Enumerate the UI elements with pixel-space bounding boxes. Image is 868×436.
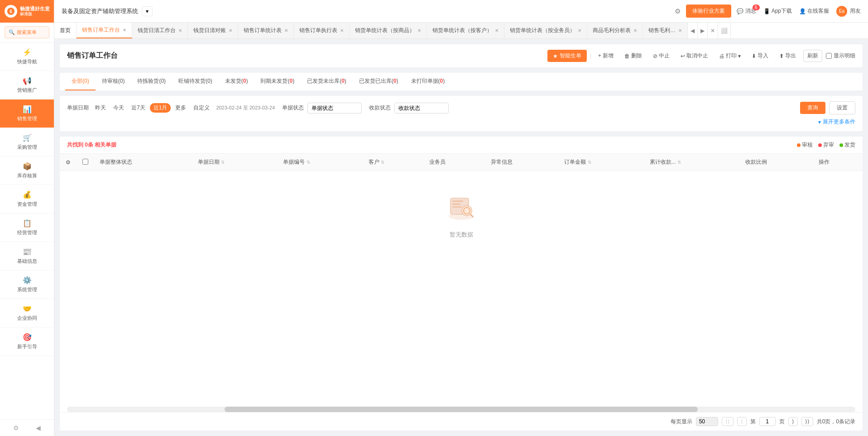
tab-home[interactable]: 首页 — [54, 23, 77, 38]
tab-sale-product[interactable]: 销货单统计表（按商品） ✕ — [350, 23, 427, 38]
per-page-select[interactable]: 50 100 200 — [696, 417, 718, 426]
collapse-button[interactable]: ◀ — [36, 424, 41, 431]
col-collected[interactable]: 累计收款... ⇅ — [644, 154, 740, 171]
subtab-unshipped[interactable]: 未发货(0) — [219, 73, 254, 90]
col-date[interactable]: 单据日期 ⇅ — [192, 154, 278, 171]
col-customer[interactable]: 客户 ⇅ — [363, 154, 424, 171]
tab-close-all[interactable]: ✕ — [708, 23, 718, 38]
tab-close-icon[interactable]: ✕ — [284, 28, 288, 33]
subtab-pending-review[interactable]: 待审核(0) — [96, 73, 131, 90]
horizontal-scrollbar[interactable] — [67, 407, 855, 412]
ship-button[interactable]: 发货 — [839, 141, 855, 149]
settings-button[interactable]: ⚙ — [13, 424, 19, 431]
subtab-shipped-not-warehoused[interactable]: 已发货未出库(0) — [301, 73, 353, 90]
date-custom[interactable]: 自定义 — [191, 103, 212, 113]
app-download-link[interactable]: 📱 App下载 — [763, 7, 792, 15]
subtab-shipped-warehoused[interactable]: 已发货已出库(0) — [353, 73, 405, 90]
online-service-link[interactable]: 👤 在线客服 — [799, 7, 829, 15]
tab-close-icon[interactable]: ✕ — [417, 28, 421, 33]
tab-nav-prev[interactable]: ◀ — [688, 23, 698, 38]
tab-profit[interactable]: 商品毛利分析表 ✕ — [587, 23, 643, 38]
sidebar-item-sales[interactable]: 📊 销售管理 — [0, 100, 54, 128]
page-last-button[interactable]: ⟩⟩ — [801, 417, 813, 426]
col-amount[interactable]: 订单金额 ⇅ — [559, 154, 644, 171]
tab-order-stats[interactable]: 销售订单统计表 ✕ — [238, 23, 294, 38]
col-settings[interactable]: ⚙ — [60, 154, 76, 171]
page-prev-button[interactable]: ⟨ — [737, 417, 747, 426]
tab-close-icon[interactable]: ✕ — [578, 28, 581, 33]
sidebar-item-basic-info[interactable]: 📰 基础信息 — [0, 242, 54, 270]
subtab-all[interactable]: 全部(0) — [65, 73, 96, 90]
tab-close-icon[interactable]: ✕ — [340, 28, 344, 33]
sidebar-item-operations[interactable]: 📋 经营管理 — [0, 213, 54, 242]
export-button[interactable]: ⬆ 导出 — [776, 50, 800, 62]
settings-gear-icon[interactable]: ⚙ — [675, 7, 681, 15]
message-badge[interactable]: 💬 消息 6 — [737, 7, 756, 15]
tab-close-icon[interactable]: ✕ — [123, 28, 126, 33]
expand-filter-button[interactable]: ▾ 展开更多条件 — [818, 118, 855, 126]
date-more[interactable]: 更多 — [173, 103, 189, 113]
page-next-button[interactable]: ⟩ — [788, 417, 798, 426]
subtab-overdue-unshipped[interactable]: 到期未发货(0) — [254, 73, 301, 90]
subtab-pending-inspect[interactable]: 待拣验货(0) — [131, 73, 172, 90]
cancel-stop-button[interactable]: ↩ 取消中止 — [677, 50, 712, 62]
solution-button[interactable]: 体验行业方案 — [686, 5, 731, 18]
page-input[interactable] — [759, 417, 776, 426]
tab-close-icon[interactable]: ✕ — [678, 28, 682, 33]
page-header: 销售订单工作台 ★ 智能生单 + 新增 🗑 删除 ⊘ 中止 ↩ — [60, 44, 863, 67]
review-dot-icon — [797, 143, 801, 147]
tab-close-icon[interactable]: ✕ — [229, 28, 232, 33]
date-yesterday[interactable]: 昨天 — [92, 103, 109, 113]
review-button[interactable]: 审核 — [797, 141, 813, 149]
add-button[interactable]: + 新增 — [595, 50, 617, 62]
sidebar-item-quick-nav[interactable]: ⚡ 快捷导航 — [0, 43, 54, 71]
subtab-unprinted[interactable]: 未打印单据(0) — [405, 73, 451, 90]
export-icon: ⬆ — [779, 53, 784, 59]
tab-order-exec[interactable]: 销售订单执行表 ✕ — [294, 23, 350, 38]
tab-reconcile[interactable]: 钱货日清对账 ✕ — [188, 23, 238, 38]
subtab-wangpu[interactable]: 旺铺待发货(0) — [172, 73, 219, 90]
tab-close-icon[interactable]: ✕ — [178, 28, 182, 33]
tab-nav-next[interactable]: ▶ — [698, 23, 708, 38]
basic-info-icon: 📰 — [23, 247, 32, 256]
import-button[interactable]: ⬇ 导入 — [748, 50, 772, 62]
status-select[interactable]: 单据状态 — [307, 103, 362, 114]
sidebar-item-inventory[interactable]: 📦 库存核算 — [0, 156, 54, 185]
cancel-review-button[interactable]: 弃审 — [818, 141, 834, 149]
tab-sale-staff[interactable]: 销货单统计表（按业务员） ✕ — [504, 23, 587, 38]
sidebar-item-enterprise[interactable]: 🤝 企业协同 — [0, 299, 54, 327]
tab-daily-clear[interactable]: 钱货日清工作台 ✕ — [132, 23, 188, 38]
sidebar-item-purchase[interactable]: 🛒 采购管理 — [0, 128, 54, 156]
sidebar-item-system[interactable]: ⚙️ 系统管理 — [0, 270, 54, 299]
sidebar-item-finance[interactable]: 💰 资金管理 — [0, 185, 54, 213]
refresh-button[interactable]: 刷新 — [803, 50, 822, 62]
smart-create-button[interactable]: ★ 智能生单 — [547, 50, 587, 62]
tab-sale-customer[interactable]: 销货单统计表（按客户） ✕ — [427, 23, 504, 38]
system-dropdown[interactable]: ▾ — [142, 6, 153, 16]
stop-button[interactable]: ⊘ 中止 — [649, 50, 673, 62]
date-7days[interactable]: 近7天 — [129, 103, 148, 113]
sidebar-item-marketing[interactable]: 📢 营销推广 — [0, 71, 54, 100]
query-button[interactable]: 查询 — [800, 102, 825, 114]
col-number[interactable]: 单据编号 ⇅ — [278, 154, 363, 171]
tab-maximize[interactable]: ⬜ — [718, 23, 731, 38]
delete-button[interactable]: 🗑 删除 — [621, 50, 646, 62]
date-today[interactable]: 今天 — [110, 103, 127, 113]
set-button[interactable]: 设置 — [829, 101, 855, 114]
tab-close-icon[interactable]: ✕ — [495, 28, 499, 33]
print-button[interactable]: 🖨 打印 ▾ — [715, 50, 744, 62]
scrollbar-thumb[interactable] — [225, 407, 698, 412]
date-1month[interactable]: 近1月 — [150, 103, 171, 113]
payment-select[interactable]: 收款状态 — [394, 103, 449, 114]
sidebar-item-guide[interactable]: 🎯 新手引导 — [0, 327, 54, 356]
tab-close-icon[interactable]: ✕ — [633, 28, 637, 33]
content: 销售订单工作台 ★ 智能生单 + 新增 🗑 删除 ⊘ 中止 ↩ — [54, 39, 868, 436]
select-all-checkbox[interactable] — [82, 159, 88, 165]
col-ratio: 收款比例 — [740, 154, 814, 171]
tab-sale-profit[interactable]: 销售毛利… ✕ — [643, 23, 688, 38]
page-first-button[interactable]: ⟨⟨ — [722, 417, 734, 426]
col-checkbox[interactable] — [76, 154, 94, 171]
search-menu-button[interactable]: 🔍 搜索菜单 — [5, 26, 49, 38]
show-detail-checkbox[interactable] — [826, 53, 832, 59]
tab-sales-order[interactable]: 销售订单工作台 ✕ — [77, 23, 132, 38]
